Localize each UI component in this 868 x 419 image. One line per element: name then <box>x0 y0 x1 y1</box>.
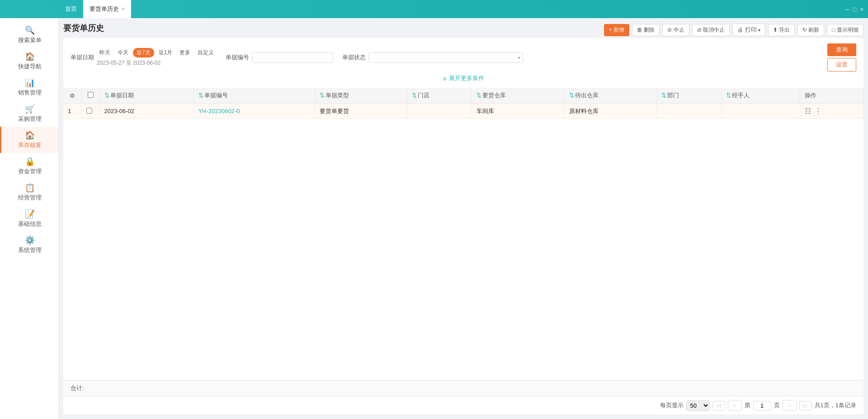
basic-info-icon: 📝 <box>25 210 35 218</box>
row-department <box>657 104 722 119</box>
order-status-filter-group: 单据状态 ▾ <box>342 52 523 63</box>
col-department: ⇅部门 <box>657 88 722 104</box>
date-filter-buttons: 昨天 今天 近7天 近1月 更多 自定义 <box>97 48 217 57</box>
col-actions: 操作 <box>800 88 863 104</box>
cancel-stop-button[interactable]: ⊘ 取消中止 <box>692 24 730 36</box>
row-req-warehouse: 车间库 <box>472 104 565 119</box>
sidebar-item-label: 快捷导航 <box>18 62 42 71</box>
sort-icon-pending[interactable]: ⇅ <box>569 92 574 99</box>
sidebar-item-label: 采购管理 <box>18 115 42 123</box>
sidebar-item-ops-mgmt[interactable]: 📋 经营管理 <box>0 179 58 205</box>
content-area: 要货单历史 + 新增 🗑 删除 ⊘ 中止 ⊘ 取消中止 🖨 打印 ▾ ⬆ 导出 … <box>59 18 868 419</box>
col-date: ⇅单据日期 <box>99 88 193 104</box>
status-dropdown-icon[interactable]: ▾ <box>518 55 520 60</box>
maximize-icon[interactable]: □ <box>853 6 857 13</box>
sidebar-item-system-mgmt[interactable]: ⚙️ 系统管理 <box>0 232 58 258</box>
expand-more-btn[interactable]: ∨ 展开更多条件 <box>71 74 856 82</box>
stop-button[interactable]: ⊘ 中止 <box>662 24 689 36</box>
table-container: ⚙ ⇅单据日期 ⇅单据编号 ⇅单据类型 ⇅门店 ⇅要货仓库 ⇅待出仓库 ⇅部门 … <box>63 88 863 380</box>
minimize-icon[interactable]: ─ <box>845 6 849 13</box>
col-actions-label: 操作 <box>805 92 816 99</box>
sort-icon-date[interactable]: ⇅ <box>104 92 109 99</box>
total-info: 共1页，1条记录 <box>815 401 856 409</box>
sidebar-item-basic-info[interactable]: 📝 基础信息 <box>0 205 58 232</box>
window-controls: ─ □ × <box>845 6 863 13</box>
sort-icon-handler[interactable]: ⇅ <box>726 92 731 99</box>
row-type: 要货单要货 <box>315 104 407 119</box>
sort-icon-req[interactable]: ⇅ <box>476 92 481 99</box>
row-select-checkbox[interactable] <box>86 108 92 114</box>
select-all-checkbox[interactable] <box>88 92 94 98</box>
last-page-btn[interactable]: ▷ <box>799 401 812 410</box>
refresh-button[interactable]: ↻ 刷新 <box>797 24 824 36</box>
row-more-icon[interactable]: ⋮ <box>815 107 822 115</box>
sidebar-item-label: 资金管理 <box>18 167 42 176</box>
row-action-icons: ☷ ⋮ <box>805 107 859 115</box>
row-no: YH-20230602-0 <box>193 104 315 119</box>
col-pending-warehouse: ⇅待出仓库 <box>564 88 657 104</box>
sort-icon-dept[interactable]: ⇅ <box>661 92 666 99</box>
date-btn-1month[interactable]: 近1月 <box>156 48 175 57</box>
sort-icon-store[interactable]: ⇅ <box>412 92 417 99</box>
finance-mgmt-icon: 🔒 <box>25 157 35 166</box>
tab-home[interactable]: 首页 <box>59 0 83 18</box>
sort-icon-no[interactable]: ⇅ <box>198 92 203 99</box>
filter-panel: 单据日期 昨天 今天 近7天 近1月 更多 自定义 2023-05-27 至 2… <box>63 38 863 88</box>
sidebar-item-finance-mgmt[interactable]: 🔒 资金管理 <box>0 153 58 179</box>
tab-requisition-history[interactable]: 要货单历史 × <box>83 0 131 18</box>
print-dropdown-icon[interactable]: ▾ <box>758 28 760 33</box>
row-store <box>407 104 472 119</box>
page-title: 要货单历史 <box>63 23 104 33</box>
sidebar-item-sales-mgmt[interactable]: 📊 销售管理 <box>0 74 58 100</box>
date-btn-more[interactable]: 更多 <box>177 48 193 57</box>
first-page-btn[interactable]: ◁ <box>712 401 725 410</box>
col-req-warehouse-label: 要货仓库 <box>482 92 506 99</box>
order-no-label: 单据编号 <box>226 53 249 62</box>
col-store-label: 门店 <box>418 92 429 99</box>
date-btn-today[interactable]: 今天 <box>115 48 131 57</box>
table-footer: 合计: <box>63 380 863 396</box>
sidebar-item-quick-nav[interactable]: 🏠 快捷导航 <box>0 48 58 74</box>
prev-page-btn[interactable]: ＜ <box>728 400 742 411</box>
date-btn-custom[interactable]: 自定义 <box>195 48 217 57</box>
tab-close-icon[interactable]: × <box>122 6 125 12</box>
order-no-input[interactable] <box>252 52 333 63</box>
sidebar-item-search-menu[interactable]: 🔍 搜索菜单 <box>0 22 58 48</box>
col-no: ⇅单据编号 <box>193 88 315 104</box>
sidebar-item-label: 基础信息 <box>18 220 42 228</box>
ops-mgmt-icon: 📋 <box>25 184 35 192</box>
sidebar-item-purchase-mgmt[interactable]: 🛒 采购管理 <box>0 100 58 127</box>
total-label: 合计: <box>71 385 84 391</box>
delete-button[interactable]: 🗑 删除 <box>632 24 660 36</box>
setting-button[interactable]: 设置 <box>827 58 856 71</box>
export-button[interactable]: ⬆ 导出 <box>768 24 795 36</box>
page-input[interactable] <box>753 401 771 410</box>
row-edit-icon[interactable]: ☷ <box>805 107 811 115</box>
row-no-link[interactable]: YH-20230602-0 <box>198 108 240 114</box>
query-button[interactable]: 查询 <box>827 43 856 56</box>
display-detail-button[interactable]: □ 显示明细 <box>827 24 863 36</box>
table-row: 1 2023-06-02 YH-20230602-0 要货单要货 车间库 原材料… <box>63 104 863 119</box>
sidebar-item-inventory[interactable]: 🏠 库存核算 <box>0 127 58 153</box>
date-btn-yesterday[interactable]: 昨天 <box>97 48 113 57</box>
col-handler-label: 经手人 <box>732 92 750 99</box>
row-actions: ☷ ⋮ <box>800 104 863 119</box>
table-header-row: ⚙ ⇅单据日期 ⇅单据编号 ⇅单据类型 ⇅门店 ⇅要货仓库 ⇅待出仓库 ⇅部门 … <box>63 88 863 104</box>
expand-down-icon: ∨ <box>443 75 447 82</box>
date-range-text: 2023-05-27 至 2023-06-02 <box>97 59 217 67</box>
per-page-select[interactable]: 50 100 200 <box>686 400 710 411</box>
tab-requisition-history-label: 要货单历史 <box>90 5 119 13</box>
next-page-btn[interactable]: ＞ <box>783 400 797 411</box>
action-buttons: 查询 设置 <box>827 43 856 71</box>
col-type: ⇅单据类型 <box>315 88 407 104</box>
col-req-warehouse: ⇅要货仓库 <box>472 88 565 104</box>
search-menu-icon: 🔍 <box>25 26 35 34</box>
sort-icon-type[interactable]: ⇅ <box>320 92 325 99</box>
order-status-input[interactable] <box>368 52 523 63</box>
filter-row: 单据日期 昨天 今天 近7天 近1月 更多 自定义 2023-05-27 至 2… <box>71 43 856 71</box>
new-button[interactable]: + 新增 <box>604 24 629 36</box>
date-btn-7days[interactable]: 近7天 <box>133 48 154 57</box>
close-icon[interactable]: × <box>860 6 863 13</box>
row-index: 1 <box>63 104 81 119</box>
print-button[interactable]: 🖨 打印 ▾ <box>732 24 765 36</box>
